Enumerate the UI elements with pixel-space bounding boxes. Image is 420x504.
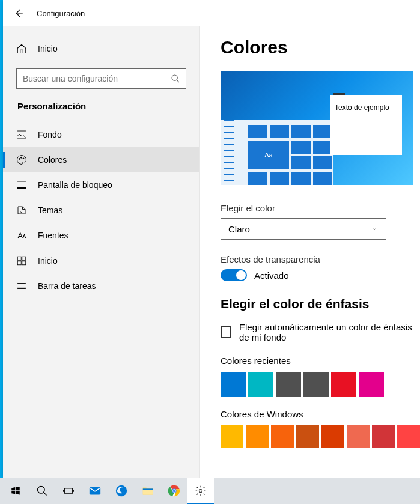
color-preview: Aa Texto de ejemplo	[221, 71, 413, 185]
color-swatch[interactable]	[372, 425, 395, 448]
svg-rect-7	[17, 257, 21, 260]
windows-colors-label: Colores de Windows	[221, 409, 420, 419]
picture-icon	[16, 129, 27, 140]
svg-point-22	[199, 490, 202, 493]
home-label: Inicio	[38, 44, 58, 53]
color-mode-value: Claro	[228, 224, 250, 234]
mail-icon	[88, 484, 102, 497]
svg-rect-17	[143, 488, 153, 490]
color-swatch[interactable]	[397, 425, 420, 448]
sidebar-item-temas[interactable]: Temas	[3, 198, 199, 223]
sidebar-item-inicio[interactable]: Inicio	[3, 248, 199, 273]
auto-accent-checkbox[interactable]	[221, 326, 231, 338]
home-link[interactable]: Inicio	[3, 37, 199, 60]
svg-point-21	[173, 490, 176, 493]
svg-point-3	[20, 157, 22, 158]
svg-rect-6	[17, 188, 26, 189]
svg-rect-15	[90, 487, 100, 495]
sidebar-item-colores[interactable]: Colores	[3, 147, 199, 172]
preview-tiles: Aa	[248, 125, 332, 185]
search-icon	[36, 485, 48, 497]
color-swatch[interactable]	[221, 425, 243, 448]
start-icon	[16, 255, 27, 266]
recent-colors	[221, 372, 420, 397]
preview-tile-aa: Aa	[248, 141, 289, 169]
sidebar-item-fondo[interactable]: Fondo	[3, 122, 199, 147]
color-swatch[interactable]	[276, 372, 301, 397]
preview-start: Aa	[221, 120, 333, 185]
taskbar-app-settings[interactable]	[187, 478, 214, 504]
taskbar-app-edge[interactable]	[108, 478, 135, 504]
svg-rect-10	[22, 261, 26, 265]
preview-sample-text: Texto de ejemplo	[335, 103, 397, 112]
taskview-icon	[62, 485, 75, 497]
search-wrap	[16, 68, 186, 89]
page-heading: Colores	[221, 37, 420, 58]
choose-color-label: Elegir el color	[221, 203, 420, 213]
palette-icon	[16, 154, 27, 165]
recent-colors-label: Colores recientes	[221, 356, 420, 366]
color-swatch[interactable]	[296, 425, 319, 448]
sidebar-item-lockscreen[interactable]: Pantalla de bloqueo	[3, 172, 199, 198]
preview-window-header-icon	[333, 93, 345, 95]
sidebar-item-fuentes[interactable]: Fuentes	[3, 223, 199, 248]
transparency-toggle[interactable]	[221, 269, 247, 281]
taskbar-icon	[16, 281, 27, 291]
back-button[interactable]	[8, 2, 29, 24]
transparency-row: Activado	[221, 269, 420, 281]
color-swatch[interactable]	[221, 372, 246, 397]
preview-window: Texto de ejemplo	[330, 95, 402, 155]
sidebar: Inicio Personalización Fondo Colores Pan…	[3, 26, 200, 478]
auto-accent-label: Elegir automáticamente un color de énfas…	[239, 322, 420, 342]
transparency-label: Efectos de transparencia	[221, 254, 420, 264]
svg-rect-8	[22, 257, 26, 260]
chrome-icon	[168, 484, 181, 497]
color-swatch[interactable]	[248, 372, 273, 397]
lockscreen-icon	[16, 180, 27, 190]
search-input[interactable]	[16, 68, 186, 89]
windows-icon	[10, 485, 21, 496]
transparency-state: Activado	[254, 270, 289, 281]
task-view-button[interactable]	[55, 478, 82, 504]
sidebar-item-label: Barra de tareas	[38, 281, 96, 291]
taskbar-app-chrome[interactable]	[161, 478, 187, 504]
back-arrow-icon	[13, 8, 24, 19]
sidebar-item-label: Colores	[38, 155, 67, 165]
sidebar-item-label: Fondo	[38, 130, 62, 139]
edge-icon	[115, 484, 128, 497]
taskbar-app-explorer[interactable]	[135, 478, 161, 504]
accent-heading: Elegir el color de énfasis	[221, 297, 420, 311]
content: Colores Aa Texto de ejemplo	[200, 26, 420, 478]
window-title: Configuración	[37, 9, 85, 18]
color-mode-select[interactable]: Claro	[221, 218, 386, 240]
color-swatch[interactable]	[271, 425, 294, 448]
chevron-down-icon	[370, 225, 379, 233]
color-swatch[interactable]	[331, 372, 356, 397]
sidebar-item-label: Pantalla de bloqueo	[38, 180, 112, 190]
color-swatch[interactable]	[303, 372, 329, 397]
taskbar	[0, 478, 420, 504]
color-swatch[interactable]	[321, 425, 344, 448]
svg-rect-14	[64, 488, 72, 493]
svg-point-0	[172, 75, 177, 80]
fonts-icon	[16, 230, 27, 241]
taskbar-search[interactable]	[29, 478, 55, 504]
color-swatch[interactable]	[347, 425, 370, 448]
gear-icon	[195, 485, 207, 497]
themes-icon	[16, 205, 27, 216]
search-icon	[171, 74, 180, 83]
taskbar-app-mail[interactable]	[82, 478, 108, 504]
section-title: Personalización	[3, 101, 199, 122]
auto-accent-row: Elegir automáticamente un color de énfas…	[221, 322, 420, 342]
start-button[interactable]	[2, 478, 29, 504]
svg-point-4	[23, 158, 24, 159]
svg-rect-12	[17, 287, 26, 289]
sidebar-item-taskbar[interactable]: Barra de tareas	[3, 273, 199, 299]
svg-point-13	[38, 487, 45, 494]
color-swatch[interactable]	[359, 372, 384, 397]
home-icon	[16, 43, 27, 54]
windows-colors	[221, 425, 420, 448]
color-swatch[interactable]	[246, 425, 269, 448]
svg-rect-9	[17, 261, 21, 265]
window-body: Inicio Personalización Fondo Colores Pan…	[3, 26, 420, 478]
